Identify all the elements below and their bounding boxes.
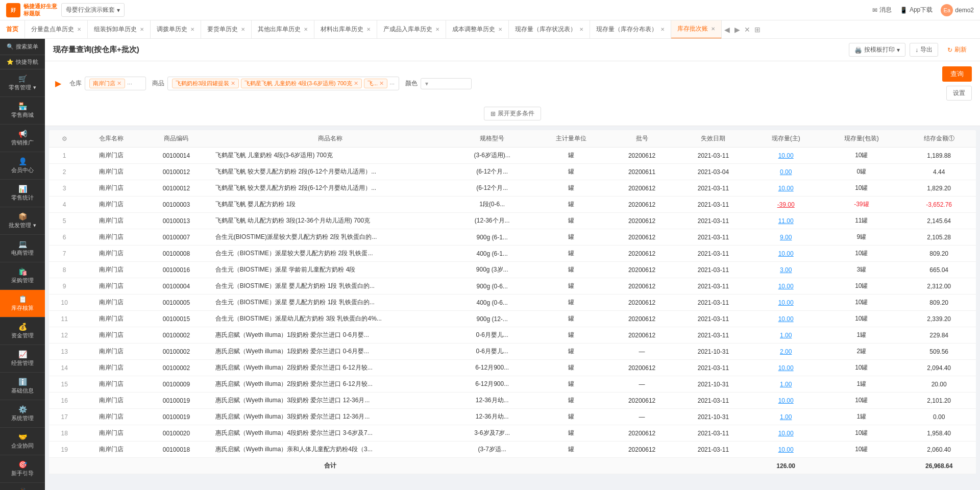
tab-close-icon[interactable]: ✕ (711, 26, 715, 32)
tab-close-icon[interactable]: ✕ (241, 27, 245, 32)
cell-qty-main[interactable]: 10.00 (751, 311, 821, 327)
th-settings[interactable]: ⚙ (49, 130, 80, 148)
sidebar-item-search[interactable]: 🔍 搜索菜单 (0, 39, 45, 55)
tab-tiao-bo[interactable]: 调拨单历史 ✕ (151, 20, 201, 39)
sidebar-item-basics[interactable]: ℹ️ 基础信息 (0, 373, 45, 400)
tab-close-icon[interactable]: ✕ (498, 27, 502, 32)
user-btn[interactable]: Ea demo2 (941, 4, 974, 16)
tab-close-icon[interactable]: ✕ (579, 27, 583, 32)
tab-close-icon[interactable]: ✕ (660, 27, 665, 32)
cell-rownum: 4 (49, 197, 80, 213)
warehouse-more[interactable]: ··· (127, 80, 132, 87)
sidebar-item-finance[interactable]: 💰 资金管理 (0, 317, 45, 345)
tab-fen-pan[interactable]: 分量盘点单历史 ✕ (25, 20, 88, 39)
query-btn[interactable]: 查询 (942, 66, 972, 82)
cell-qty-main[interactable]: -39.00 (751, 197, 821, 213)
app-download-btn[interactable]: 📱 App下载 (900, 6, 933, 14)
warehouse-filter-group[interactable]: 南岸门店 ✕ ··· (85, 77, 146, 90)
tab-cheng-ben[interactable]: 成本调整单历史 ✕ (446, 20, 509, 39)
cell-amount: 4.44 (902, 164, 976, 180)
print-btn[interactable]: 🖨️ 按模板打印 ▾ (849, 43, 905, 57)
settings-btn[interactable]: 设置 (946, 86, 972, 101)
sidebar-item-marketing[interactable]: 📢 营销推广 (0, 125, 45, 152)
cell-code: 00100016 (142, 262, 210, 278)
tab-xian-cun-zhuang-tai[interactable]: 现存量（库存状况表） ✕ (509, 20, 590, 39)
sidebar-item-enterprise[interactable]: 🤝 企业协同 (0, 428, 45, 455)
product-tag2-close[interactable]: ✕ (354, 80, 358, 87)
messages-btn[interactable]: ✉ 消息 (872, 6, 892, 14)
cell-batch: 20200612 (608, 246, 676, 262)
tab-xian-cun-fen-bu[interactable]: 现存量（库存分布表） ✕ (590, 20, 671, 39)
tab-prev-btn[interactable]: ◀ (722, 20, 732, 39)
product-tag3-close[interactable]: ✕ (379, 80, 384, 87)
cell-qty-main[interactable]: 1.00 (751, 327, 821, 344)
tab-close-all-btn[interactable]: ✕ (742, 20, 752, 39)
cell-rownum: 14 (49, 360, 80, 376)
cell-qty-main[interactable]: 10.00 (751, 148, 821, 164)
cell-rownum: 2 (49, 164, 80, 180)
sidebar-item-stats[interactable]: 📊 零售统计 (0, 180, 45, 207)
cell-qty-main[interactable]: 10.00 (751, 246, 821, 262)
tab-close-icon[interactable]: ✕ (140, 27, 144, 32)
sidebar-item-ecommerce[interactable]: 💻 电商管理 (0, 235, 45, 262)
sidebar-item-inventory[interactable]: 📋 库存核算 (0, 290, 45, 317)
tab-close-icon[interactable]: ✕ (190, 27, 194, 32)
cell-amount: 1,958.40 (902, 425, 976, 442)
product-more[interactable]: ··· (389, 80, 395, 87)
sidebar-item-wholesale[interactable]: 📦 批发管理 ▾ (0, 207, 45, 235)
cell-amount: 2,060.40 (902, 442, 976, 458)
sidebar-item-purchase[interactable]: 🛍️ 采购管理 (0, 262, 45, 290)
cell-amount: 2,312.00 (902, 278, 976, 295)
tab-home[interactable]: 首页 (0, 20, 25, 39)
cell-unit: 罐 (534, 278, 608, 295)
sidebar-item-retail[interactable]: 🛒 零售管理 ▾ (0, 69, 45, 97)
expand-conditions-btn[interactable]: ⊞ 展开更多条件 (484, 107, 541, 120)
cell-name: 合生元(BIOSTIME)派星较大婴儿配方奶粉 2段 乳铁蛋白的... (210, 229, 450, 246)
sidebar-item-system[interactable]: ⚙️ 系统管理 (0, 400, 45, 428)
sidebar-item-shortcut[interactable]: ⭐ 快捷导航 (0, 55, 45, 69)
cell-qty-main[interactable]: 10.00 (751, 425, 821, 442)
tab-yao-huo[interactable]: 要货单历史 ✕ (201, 20, 252, 39)
tab-cai-liao-chu[interactable]: 材料出库单历史 ✕ (314, 20, 377, 39)
cell-qty-main[interactable]: 10.00 (751, 360, 821, 376)
cell-qty-main[interactable]: 1.00 (751, 376, 821, 393)
sidebar-item-shop[interactable]: 🏪 零售商城 (0, 97, 45, 125)
tab-close-icon[interactable]: ✕ (366, 27, 371, 32)
tab-zu-chai[interactable]: 组装拆卸单历史 ✕ (88, 20, 151, 39)
cell-unit: 罐 (534, 311, 608, 327)
tab-close-icon[interactable]: ✕ (304, 27, 308, 32)
tab-close-icon[interactable]: ✕ (435, 27, 439, 32)
cell-qty-main[interactable]: 0.00 (751, 164, 821, 180)
product-filter-group[interactable]: 飞鹤奶粉3段四罐提装 ✕ 飞鹤星飞帆 儿童奶粉 4段(3-6岁适用) 700克 … (167, 77, 399, 90)
tab-menu-btn[interactable]: ⊞ (752, 20, 763, 39)
tab-close-icon[interactable]: ✕ (77, 27, 81, 32)
cell-qty-main[interactable]: 11.00 (751, 213, 821, 229)
cell-qty-main[interactable]: 9.00 (751, 229, 821, 246)
product-tag1-close[interactable]: ✕ (231, 80, 235, 87)
filter-toggle-btn[interactable]: ▶ (53, 79, 63, 88)
tab-qi-ta-chu[interactable]: 其他出库单历史 ✕ (252, 20, 314, 39)
color-filter-group[interactable]: ▾ (421, 78, 472, 89)
cell-qty-main[interactable]: 10.00 (751, 180, 821, 197)
sidebar-item-appstore[interactable]: 📱 应用中心 (0, 483, 45, 490)
sidebar-item-guide[interactable]: 🎯 新手引导 (0, 455, 45, 483)
cell-qty-main[interactable]: 10.00 (751, 393, 821, 409)
tab-pi-ci[interactable]: 库存批次账 ✕ (671, 20, 722, 39)
cell-qty-main[interactable]: 1.00 (751, 409, 821, 425)
cell-qty-main[interactable]: 10.00 (751, 442, 821, 458)
column-settings-icon[interactable]: ⚙ (62, 135, 67, 142)
cell-qty-main[interactable]: 10.00 (751, 278, 821, 295)
warehouse-tag-close[interactable]: ✕ (117, 80, 121, 87)
cell-batch: — (608, 409, 676, 425)
cell-qty-main[interactable]: 3.00 (751, 262, 821, 278)
tab-next-btn[interactable]: ▶ (732, 20, 742, 39)
account-selector[interactable]: 母婴行业演示账套 ▾ (61, 3, 125, 17)
refresh-btn[interactable]: ↻ 刷新 (942, 43, 972, 56)
sidebar-item-member[interactable]: 👤 会员中心 (0, 152, 45, 180)
tab-chan-pin-ru[interactable]: 产成品入库单历史 ✕ (377, 20, 446, 39)
export-btn[interactable]: ↓ 导出 (910, 43, 938, 57)
table-row: 14 南岸门店 00100002 惠氏启赋（Wyeth illuma）2段奶粉 … (49, 360, 976, 376)
sidebar-item-operations[interactable]: 📈 经营管理 (0, 345, 45, 373)
cell-qty-main[interactable]: 10.00 (751, 295, 821, 311)
cell-qty-main[interactable]: 2.00 (751, 344, 821, 360)
